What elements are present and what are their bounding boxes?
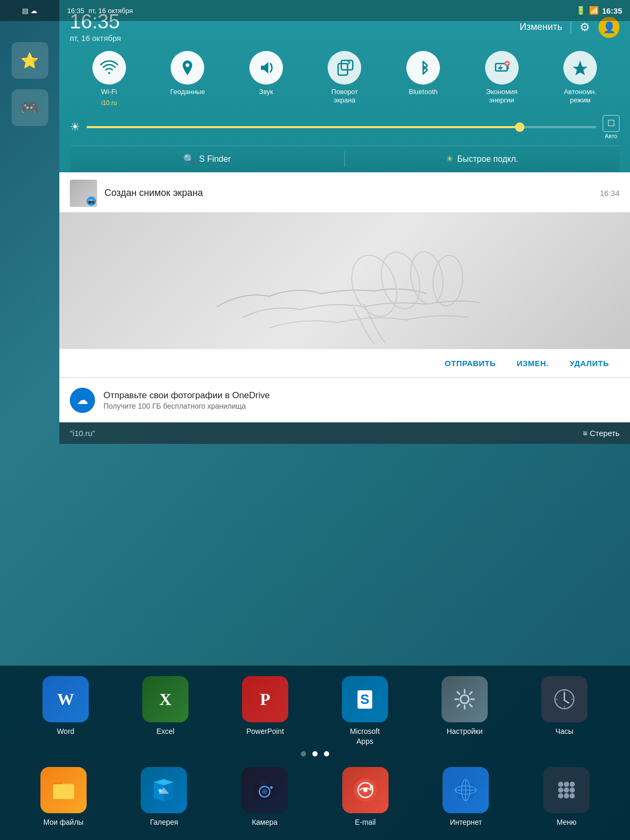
brightness-sun-icon: ☀ [70, 120, 80, 134]
delete-button[interactable]: УДАЛИТЬ [559, 356, 620, 371]
battery-save-icon [485, 51, 519, 85]
screenshot-notification: 📷 Создан снимок экрана 16:34 [59, 172, 630, 378]
wifi-icon [92, 51, 126, 85]
wifi-sublabel: i10.ru [101, 99, 117, 107]
screenshot-thumbnail: 📷 [70, 180, 97, 207]
battery-icon: 🔋 [576, 6, 586, 15]
clear-button[interactable]: ≡ Стереть [583, 429, 620, 438]
rotate-label: Поворотэкрана [331, 88, 358, 104]
sidebar-icon-star[interactable]: ⭐ [12, 42, 48, 79]
quick-settings-panel: 16:35 пт, 16 октября Изменить ⚙ 👤 [59, 0, 630, 172]
svg-rect-4 [507, 66, 509, 69]
onedrive-notification[interactable]: ☁ Отправьте свои фотографии в OneDrive П… [59, 378, 630, 422]
s-finder-button[interactable]: 🔍 S Finder [70, 146, 344, 172]
s-finder-label: S Finder [199, 154, 230, 164]
brightness-auto-icon: ☐ [603, 115, 620, 132]
status-bar: 16:35 пт, 16 октября 🔋 📶 16:35 [59, 0, 630, 21]
onedrive-text: Отправьте свои фотографии в OneDrive Пол… [103, 390, 270, 410]
toggle-geodata[interactable]: Геоданные [161, 51, 214, 107]
left-sidebar: ⭐ 🎮 [0, 32, 59, 126]
quick-connect-label: Быстрое подкл. [457, 154, 518, 164]
onedrive-icon: ☁ [70, 388, 95, 413]
connect-icon: ✳ [446, 154, 453, 164]
bluetooth-icon [406, 51, 440, 85]
sound-label: Звук [259, 88, 274, 96]
clear-bar-label: "i10.ru" [70, 429, 95, 438]
qs-date: пт, 16 октября [70, 34, 121, 43]
brightness-auto-label: Авто [605, 133, 617, 139]
geodata-icon [171, 51, 204, 85]
rotate-icon [328, 51, 361, 85]
toggle-battery-save[interactable]: Экономияэнергии [476, 51, 528, 107]
notifications-clear-bar: "i10.ru" ≡ Стереть [59, 422, 630, 444]
bluetooth-label: Bluetooth [409, 88, 438, 96]
status-bar-right: 🔋 📶 16:35 [576, 6, 622, 15]
onedrive-title: Отправьте свои фотографии в OneDrive [103, 390, 270, 401]
time-right: 16:35 [602, 6, 622, 15]
toggle-airplane[interactable]: Автономн.режим [554, 51, 606, 107]
toggle-wifi[interactable]: Wi-Fi i10.ru [83, 51, 135, 107]
status-bar-left: 16:35 пт, 16 октября [67, 7, 133, 15]
qs-search-row: 🔍 S Finder ✳ Быстрое подкл. [70, 146, 620, 172]
edit-button[interactable]: ИЗМЕН. [506, 356, 559, 371]
sound-icon [249, 51, 283, 85]
send-button[interactable]: ОТПРАВИТЬ [434, 356, 506, 371]
svg-point-8 [407, 249, 447, 306]
brightness-thumb [515, 122, 524, 132]
signal-icon: 📶 [589, 6, 599, 15]
toggle-rotate[interactable]: Поворотэкрана [318, 51, 371, 107]
notification-panel: 16:35 пт, 16 октября 🔋 📶 16:35 16:35 пт,… [59, 0, 630, 840]
sidebar-icon-game[interactable]: 🎮 [12, 89, 48, 126]
brightness-slider[interactable] [87, 126, 596, 128]
quick-connect-button[interactable]: ✳ Быстрое подкл. [345, 147, 620, 171]
toggle-sound[interactable]: Звук [240, 51, 292, 107]
search-icon: 🔍 [183, 153, 195, 165]
qs-divider [571, 21, 571, 34]
toggle-bluetooth[interactable]: Bluetooth [397, 51, 449, 107]
wifi-label: Wi-Fi [101, 88, 117, 96]
airplane-label: Автономн.режим [564, 88, 596, 104]
airplane-icon [563, 51, 597, 85]
brightness-fill [87, 126, 520, 128]
status-icons-left: ▤ ☁ [22, 7, 37, 15]
qs-settings-icon[interactable]: ⚙ [580, 20, 590, 34]
date-display: пт, 16 октября [89, 7, 133, 15]
notification-actions: ОТПРАВИТЬ ИЗМЕН. УДАЛИТЬ [59, 349, 630, 377]
status-bar-left-segment: ▤ ☁ [0, 0, 59, 21]
notif-header: 📷 Создан снимок экрана 16:34 [59, 172, 630, 212]
svg-point-6 [344, 249, 405, 323]
screenshot-title: Создан снимок экрана [104, 188, 203, 199]
svg-point-0 [186, 64, 190, 67]
screenshot-badge: 📷 [87, 196, 96, 206]
notif-left: 📷 Создан снимок экрана [70, 180, 203, 207]
hand-sketch [59, 212, 630, 349]
onedrive-subtitle: Получите 100 ГБ бесплатного хранилища [103, 402, 270, 410]
time-display: 16:35 [67, 7, 85, 15]
geodata-label: Геоданные [170, 88, 205, 96]
screenshot-preview [59, 212, 630, 349]
battery-save-label: Экономияэнергии [486, 88, 518, 104]
screenshot-time: 16:34 [600, 189, 620, 198]
svg-point-9 [431, 254, 465, 307]
qs-brightness-row: ☀ ☐ Авто [70, 111, 620, 146]
qs-toggles: Wi-Fi i10.ru Геоданные [70, 47, 620, 111]
brightness-auto-toggle[interactable]: ☐ Авто [603, 115, 620, 139]
qs-edit-button[interactable]: Изменить [520, 22, 562, 33]
